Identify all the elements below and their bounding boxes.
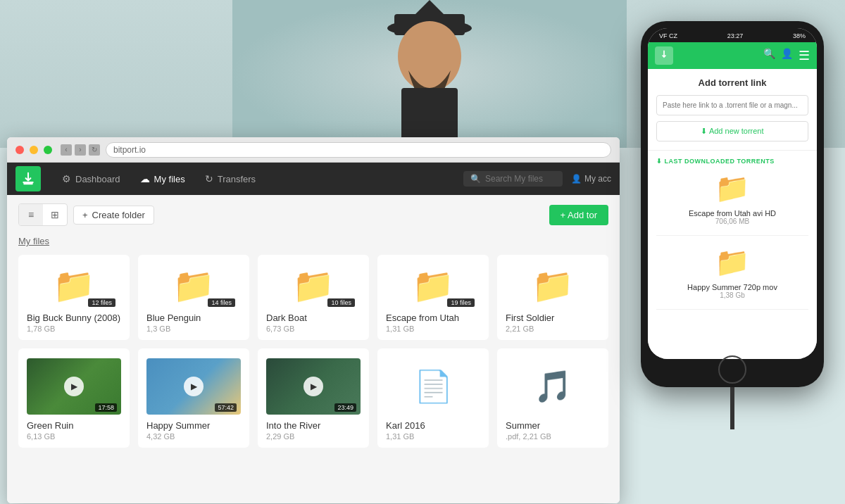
file-item-happysummer[interactable]: ▶ 57:42 Happy Summer 4,32 GB xyxy=(138,348,249,448)
search-input[interactable] xyxy=(485,174,556,184)
file-size: 2,29 GB xyxy=(266,432,361,441)
file-size: 1,78 GB xyxy=(27,325,121,333)
file-name: Green Ruin xyxy=(27,420,121,431)
transfers-icon: ↻ xyxy=(205,173,213,184)
create-folder-button[interactable]: + Create folder xyxy=(73,206,154,225)
grid-view-button[interactable]: ⊞ xyxy=(43,204,67,225)
file-name: First Soldier xyxy=(506,313,600,323)
torrent-link-input[interactable] xyxy=(656,95,808,115)
app-logo[interactable] xyxy=(15,166,41,191)
file-size: 2,21 GB xyxy=(506,325,600,333)
account-icon: 👤 xyxy=(571,174,582,184)
nav-search-box[interactable]: 🔍 xyxy=(463,171,563,187)
phone-nav-icons: 🔍 👤 ☰ xyxy=(763,48,810,63)
url-text: bitport.io xyxy=(113,145,146,155)
duration-badge: 57:42 xyxy=(215,403,237,412)
file-item-bluepenguin[interactable]: 📁 14 files Blue Penguin 1,3 GB xyxy=(138,255,249,340)
create-folder-label: Create folder xyxy=(92,210,145,220)
file-name: Into the River xyxy=(266,420,361,431)
close-dot[interactable] xyxy=(15,146,24,154)
home-button[interactable] xyxy=(718,355,746,384)
pirate-illustration xyxy=(232,0,627,148)
video-thumbnail: ▶ 57:42 xyxy=(146,358,241,415)
video-thumbnail: ▶ 17:58 xyxy=(27,358,121,415)
file-item-karl2016[interactable]: 📄 Karl 2016 1,31 GB xyxy=(377,348,489,448)
dashboard-label: Dashboard xyxy=(75,174,120,184)
mobile-folder-icon-1: 📁 xyxy=(715,172,750,205)
app-navbar: ⚙ Dashboard ☁ My files ↻ Transfers 🔍 👤 M… xyxy=(7,163,620,195)
mobile-phone: VF CZ 23:27 38% 🔍 👤 ☰ Add torrent link xyxy=(641,21,824,387)
phone-menu-icon[interactable]: ☰ xyxy=(799,48,810,63)
file-name: Summer xyxy=(506,420,600,431)
phone-search-icon[interactable]: 🔍 xyxy=(763,48,775,63)
view-toggle: ≡ ⊞ xyxy=(18,203,68,226)
file-item-darkboat[interactable]: 📁 10 files Dark Boat 6,73 GB xyxy=(258,255,369,340)
music-icon-wrap: 🎵 xyxy=(506,358,600,415)
svg-rect-6 xyxy=(23,183,32,185)
folder-icon: 📁 xyxy=(532,266,574,305)
phone-status-bar: VF CZ 23:27 38% xyxy=(648,28,817,42)
account-menu[interactable]: 👤 My acc xyxy=(571,174,611,184)
phone-logo[interactable] xyxy=(655,46,673,65)
play-button: ▶ xyxy=(303,377,323,396)
folder-icon-wrap: 📁 xyxy=(506,265,600,307)
phone-content: Add torrent link ⬇ Add new torrent ⬇ LAS… xyxy=(648,69,817,359)
svg-point-4 xyxy=(398,21,461,92)
file-item-greenruin[interactable]: ▶ 17:58 Green Ruin 6,13 GB xyxy=(18,348,130,448)
folder-icon-wrap: 📁 19 files xyxy=(386,265,480,307)
refresh-button[interactable]: ↻ xyxy=(89,144,100,156)
file-item-firstsoldier[interactable]: 📁 First Soldier 2,21 GB xyxy=(497,255,608,340)
breadcrumb[interactable]: My files xyxy=(18,236,608,246)
doc-icon-wrap: 📄 xyxy=(386,358,480,415)
music-icon: 🎵 xyxy=(534,368,572,405)
file-count-badge: 14 files xyxy=(208,298,235,307)
phone-logo-icon xyxy=(658,50,670,61)
nav-dashboard[interactable]: ⚙ Dashboard xyxy=(52,163,130,195)
nav-myfiles[interactable]: ☁ My files xyxy=(130,163,195,195)
add-new-torrent-label: ⬇ Add new torrent xyxy=(701,127,763,136)
phone-carrier: VF CZ xyxy=(659,32,677,39)
browser-chrome: ‹ › ↻ bitport.io xyxy=(7,137,620,163)
file-name: Karl 2016 xyxy=(386,420,480,431)
phone-account-icon[interactable]: 👤 xyxy=(781,48,793,63)
back-button[interactable]: ‹ xyxy=(61,144,72,156)
file-size: 6,73 GB xyxy=(266,325,361,333)
nav-transfers[interactable]: ↻ Transfers xyxy=(195,163,265,195)
phone-time: 23:27 xyxy=(727,32,744,39)
mobile-file-size-1: 706,06 MB xyxy=(715,218,749,225)
file-size: .pdf, 2,21 GB xyxy=(506,432,600,441)
video-thumbnail: ▶ 23:49 xyxy=(266,358,361,415)
folder-icon-wrap: 📁 10 files xyxy=(266,265,361,307)
file-item-bigbuck[interactable]: 📁 12 files Big Buck Bunny (2008) 1,78 GB xyxy=(18,255,130,340)
browser-navigation: ‹ › ↻ xyxy=(61,144,100,156)
grid-icon: ⊞ xyxy=(51,209,59,220)
phone-connector xyxy=(730,387,734,429)
duration-badge: 23:49 xyxy=(334,403,356,412)
add-torrent-button[interactable]: + Add tor xyxy=(549,205,608,225)
folder-icon-wrap: 📁 12 files xyxy=(27,265,121,307)
file-grid: 📁 12 files Big Buck Bunny (2008) 1,78 GB… xyxy=(18,255,608,448)
folder-icon-wrap: 📁 14 files xyxy=(146,265,241,307)
list-view-button[interactable]: ≡ xyxy=(19,204,43,225)
browser-window: ‹ › ↻ bitport.io ⚙ Dashboard ☁ My files xyxy=(7,137,620,503)
add-torrent-label: + Add tor xyxy=(561,210,597,220)
nav-links: ⚙ Dashboard ☁ My files ↻ Transfers xyxy=(52,163,455,195)
mobile-file-item-1[interactable]: 📁 Escape from Utah avi HD 706,06 MB xyxy=(656,172,808,236)
file-item-summer[interactable]: 🎵 Summer .pdf, 2,21 GB xyxy=(497,348,608,448)
address-bar[interactable]: bitport.io xyxy=(106,142,611,158)
toolbar: ≡ ⊞ + Create folder + Add tor xyxy=(18,203,608,226)
phone-battery: 38% xyxy=(793,32,806,39)
maximize-dot[interactable] xyxy=(44,146,52,154)
file-item-escapeutah[interactable]: 📁 19 files Escape from Utah 1,31 GB xyxy=(377,255,489,340)
forward-button[interactable]: › xyxy=(75,144,86,156)
minimize-dot[interactable] xyxy=(30,146,38,154)
list-icon: ≡ xyxy=(28,209,34,220)
file-name: Dark Boat xyxy=(266,313,361,323)
add-new-torrent-button[interactable]: ⬇ Add new torrent xyxy=(656,121,808,141)
dashboard-icon: ⚙ xyxy=(62,173,71,184)
play-button: ▶ xyxy=(184,377,204,396)
file-count-badge: 10 files xyxy=(327,298,355,307)
logo-icon xyxy=(21,172,35,186)
file-item-intoriver[interactable]: ▶ 23:49 Into the River 2,29 GB xyxy=(258,348,369,448)
mobile-file-item-2[interactable]: 📁 Happy Summer 720p mov 1,38 Gb xyxy=(656,246,808,310)
